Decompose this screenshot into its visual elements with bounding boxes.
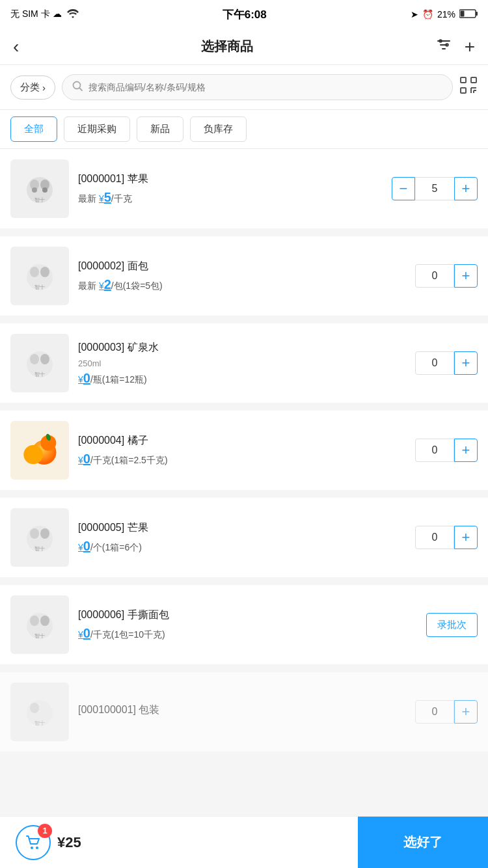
svg-point-42 — [30, 703, 39, 713]
svg-point-34 — [30, 528, 39, 539]
svg-point-22 — [40, 267, 49, 277]
product-image-0000003: 智十 — [10, 334, 69, 392]
tab-new[interactable]: 新品 — [137, 116, 183, 142]
qty-plus-0000003[interactable]: + — [454, 351, 478, 375]
search-icon — [72, 80, 83, 94]
product-name-000100001: [000100001] 包装 — [78, 703, 406, 717]
product-price-0000002: 最新 ¥2/包(1袋=5包) — [78, 277, 406, 292]
tab-negative[interactable]: 负库存 — [190, 116, 247, 142]
svg-rect-1 — [476, 12, 478, 16]
qty-plus-000100001[interactable]: + — [454, 700, 478, 724]
price-value-0000005: 0 — [83, 539, 90, 553]
price-value-0000006: 0 — [83, 626, 90, 640]
table-row: 智十 [0000003] 矿泉水 250ml ¥0/瓶(1箱=12瓶) + — [0, 323, 488, 403]
price-yen-0000001: ¥ — [99, 193, 104, 204]
category-button[interactable]: 分类 › — [10, 75, 55, 100]
svg-point-5 — [74, 82, 81, 89]
product-name-0000006: [0000006] 手撕面包 — [78, 608, 417, 622]
product-price-0000006: ¥0/千克(1包=10千克) — [78, 626, 417, 641]
price-unit-0000003: /瓶(1箱=12瓶) — [90, 374, 147, 385]
svg-text:智十: 智十 — [34, 372, 45, 377]
qty-input-000100001[interactable] — [415, 700, 454, 724]
svg-text:智十: 智十 — [34, 546, 45, 552]
batch-button-0000006[interactable]: 录批次 — [426, 613, 478, 637]
svg-text:智十: 智十 — [34, 633, 45, 639]
svg-text:智十: 智十 — [34, 284, 45, 290]
back-button[interactable]: ‹ — [13, 36, 19, 57]
svg-point-35 — [40, 528, 49, 539]
svg-rect-7 — [461, 77, 466, 83]
nav-left: ‹ — [13, 36, 19, 57]
status-bar: 无 SIM 卡 ☁ 下午6:08 ➤ ⏰ 21% — [0, 0, 488, 29]
product-image-000100001: 智十 — [10, 683, 69, 741]
price-unit-0000001: /千克 — [111, 193, 132, 204]
product-name-0000003: [0000003] 矿泉水 — [78, 341, 406, 355]
product-price-0000005: ¥0/个(1箱=6个) — [78, 539, 406, 554]
svg-text:智十: 智十 — [34, 720, 45, 726]
price-value-0000002: 2 — [104, 277, 111, 292]
product-name-0000002: [0000002] 面包 — [78, 260, 406, 273]
search-box — [62, 74, 453, 100]
product-image-0000006: 智十 — [10, 595, 69, 654]
price-value-0000001: 5 — [104, 190, 111, 204]
qty-plus-0000001[interactable]: + — [454, 177, 478, 200]
cart-badge: 1 — [38, 824, 52, 838]
tab-recent[interactable]: 近期采购 — [64, 116, 130, 142]
svg-point-26 — [40, 354, 49, 364]
qty-control-0000004: + — [415, 439, 478, 462]
location-icon: ➤ — [411, 9, 418, 20]
svg-point-30 — [23, 445, 42, 464]
qty-input-0000005[interactable] — [415, 526, 454, 549]
qty-control-0000005: + — [415, 526, 478, 549]
qty-input-0000002[interactable] — [415, 264, 454, 288]
price-yen-0000002: ¥ — [99, 280, 104, 291]
confirm-button[interactable]: 选好了 — [358, 817, 488, 868]
category-arrow-icon: › — [42, 82, 46, 93]
svg-point-25 — [30, 354, 39, 364]
svg-rect-2 — [461, 10, 465, 16]
svg-point-39 — [40, 616, 49, 626]
cart-icon-button[interactable]: 1 — [16, 825, 51, 860]
product-image-0000004 — [10, 421, 69, 480]
tab-all[interactable]: 全部 — [10, 116, 57, 142]
product-info-0000003: [0000003] 矿泉水 250ml ¥0/瓶(1箱=12瓶) — [78, 341, 406, 386]
svg-point-21 — [30, 267, 39, 277]
qty-control-0000002: + — [415, 264, 478, 288]
price-yen-0000006: ¥ — [78, 629, 83, 640]
qty-minus-0000001[interactable]: − — [392, 177, 415, 200]
battery-percent: 21% — [437, 9, 455, 20]
product-list: 智十 [0000001] 苹果 最新 ¥5/千克 − + 智十 [0000002… — [0, 149, 488, 811]
qty-plus-0000004[interactable]: + — [454, 439, 478, 462]
qty-input-0000004[interactable] — [415, 439, 454, 462]
page-title: 选择商品 — [201, 38, 253, 55]
battery-icon — [459, 9, 478, 20]
search-input[interactable] — [88, 82, 443, 92]
product-name-0000005: [0000005] 芒果 — [78, 521, 406, 535]
qty-input-0000001[interactable] — [415, 177, 454, 200]
add-button[interactable]: + — [465, 36, 475, 57]
price-yen-0000004: ¥ — [78, 455, 83, 465]
svg-point-17 — [32, 187, 37, 193]
product-image-0000001: 智十 — [10, 159, 69, 218]
price-label-0000002: 最新 — [78, 280, 96, 291]
qty-plus-0000002[interactable]: + — [454, 264, 478, 288]
nav-right: + — [436, 36, 475, 57]
price-unit-0000005: /个(1箱=6个) — [90, 542, 142, 552]
qty-input-0000003[interactable] — [415, 351, 454, 375]
qty-plus-0000005[interactable]: + — [454, 526, 478, 549]
qty-control-0000003: + — [415, 351, 478, 375]
product-info-0000002: [0000002] 面包 最新 ¥2/包(1袋=5包) — [78, 260, 406, 292]
filter-icon[interactable] — [436, 37, 452, 57]
product-image-0000005: 智十 — [10, 508, 69, 567]
price-unit-0000006: /千克(1包=10千克) — [90, 629, 165, 640]
product-price-0000001: 最新 ¥5/千克 — [78, 190, 383, 205]
bottom-bar: 1 ¥25 选好了 — [0, 816, 488, 868]
svg-point-45 — [36, 847, 38, 849]
status-left: 无 SIM 卡 ☁ — [10, 8, 79, 20]
product-price-0000004: ¥0/千克(1箱=2.5千克) — [78, 452, 406, 467]
svg-point-38 — [30, 616, 39, 626]
product-info-0000006: [0000006] 手撕面包 ¥0/千克(1包=10千克) — [78, 608, 417, 641]
scan-icon[interactable] — [459, 76, 478, 99]
product-price-0000003: ¥0/瓶(1箱=12瓶) — [78, 371, 406, 386]
product-name-0000001: [0000001] 苹果 — [78, 172, 383, 186]
